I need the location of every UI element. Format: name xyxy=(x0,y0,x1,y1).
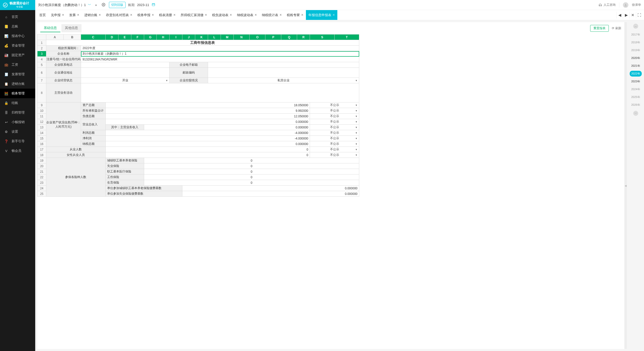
col-header[interactable]: Q xyxy=(281,34,297,40)
row-header[interactable]: 4 xyxy=(37,57,46,62)
asset-row-pub[interactable]: 不公示 xyxy=(310,114,359,119)
row-header[interactable]: 22 xyxy=(37,174,46,180)
tab-2[interactable]: 发票✕ xyxy=(67,10,82,20)
tab-5[interactable]: 税务申报✕ xyxy=(135,10,156,20)
year-up-button[interactable]: ︿ xyxy=(633,24,638,29)
col-header[interactable]: O xyxy=(250,34,265,40)
col-header[interactable]: C xyxy=(81,34,106,40)
row-header[interactable]: 24 xyxy=(37,186,46,191)
holding-select[interactable]: 私营企业 xyxy=(208,78,359,83)
asset-row-value[interactable]: 0.000000 xyxy=(105,141,310,147)
spreadsheet[interactable]: ABCDEFGHIJKLMNOPQRST1工商年报信息表2税款所属期间：2022… xyxy=(37,34,624,345)
tab-close-icon[interactable]: ✕ xyxy=(130,13,132,17)
tabs-prev-button[interactable]: ◀ xyxy=(616,12,623,18)
tab-close-icon[interactable]: ✕ xyxy=(301,13,303,17)
tab-11[interactable]: 税检专家✕ xyxy=(284,10,306,20)
nav-item-3[interactable]: 💰资金管理 xyxy=(0,41,35,50)
row-header[interactable]: 12 xyxy=(37,119,46,125)
row-header[interactable]: 20 xyxy=(37,163,46,169)
tab-12[interactable]: 年报信息申报表✕ xyxy=(306,10,337,20)
tab-close-icon[interactable]: ✕ xyxy=(99,13,101,17)
postcode-cell[interactable] xyxy=(208,68,359,78)
row-header[interactable]: 1 xyxy=(37,40,46,46)
year-option[interactable]: 2018年 xyxy=(630,40,641,45)
old-version-button[interactable]: 切到旧版 xyxy=(109,2,126,8)
insurance-value[interactable]: 0 xyxy=(144,174,359,180)
row-header[interactable]: 11 xyxy=(37,114,46,119)
tab-close-icon[interactable]: ✕ xyxy=(255,13,257,17)
col-header[interactable]: G xyxy=(144,34,157,40)
base2-value[interactable]: 0.000000 xyxy=(182,191,359,197)
year-option[interactable]: 2020年 xyxy=(630,55,641,61)
year-option[interactable]: 2026年 xyxy=(630,102,641,108)
row-header[interactable]: 9 xyxy=(37,102,46,108)
employee-pub[interactable]: 不公示 xyxy=(310,147,359,152)
tab-4[interactable]: 存货别名对照表✕ xyxy=(103,10,135,20)
consult-link[interactable]: 人工咨询 xyxy=(598,3,616,7)
row-header[interactable]: 16 xyxy=(37,141,46,147)
col-header[interactable]: H xyxy=(157,34,170,40)
nav-item-10[interactable]: 🗄归档管理 xyxy=(0,108,35,117)
tab-9[interactable]: 纳税波动表✕ xyxy=(234,10,259,20)
female-value[interactable]: 0 xyxy=(105,152,310,158)
tab-close-icon[interactable]: ✕ xyxy=(152,13,154,17)
nav-item-8[interactable]: 🧮税务管理 xyxy=(0,89,35,98)
subtab-0[interactable]: 基础信息 xyxy=(40,24,60,32)
tab-close-icon[interactable]: ✕ xyxy=(333,13,335,17)
tabs-next-button[interactable]: ▶ xyxy=(623,12,629,18)
asset-row-pub[interactable]: 不公示 xyxy=(310,119,359,125)
year-option[interactable]: 2022年 xyxy=(630,71,641,77)
asset-row-value[interactable]: 9.992000 xyxy=(105,108,310,114)
company-name-cell[interactable]: 刘小艳演示账套（勿删勿动！）1 xyxy=(81,51,359,57)
col-header[interactable]: J xyxy=(182,34,195,40)
regcode-cell[interactable]: 91320811MA7NGR2W6R xyxy=(81,57,359,62)
row-header[interactable]: 15 xyxy=(37,136,46,141)
year-option[interactable]: 2025年 xyxy=(630,94,641,100)
avatar-icon[interactable] xyxy=(623,2,628,8)
tab-close-icon[interactable]: ✕ xyxy=(279,13,282,17)
row-header[interactable]: 3 xyxy=(37,51,46,57)
subtab-1[interactable]: 其他信息 xyxy=(61,24,82,32)
employee-value[interactable]: 0 xyxy=(105,147,310,152)
insurance-value[interactable]: 0 xyxy=(144,169,359,174)
col-header[interactable]: T xyxy=(335,34,359,40)
row-header[interactable]: 14 xyxy=(37,130,46,136)
nav-item-7[interactable]: 📋进销台账 xyxy=(0,79,35,89)
col-header[interactable]: K xyxy=(195,34,208,40)
row-header[interactable]: 10 xyxy=(37,108,46,114)
row-header[interactable]: 13 xyxy=(37,125,46,130)
tab-1[interactable]: 兑申报✕ xyxy=(48,10,67,20)
col-header[interactable]: P xyxy=(265,34,281,40)
year-down-button[interactable]: ﹀ xyxy=(633,111,638,116)
col-header[interactable]: N xyxy=(233,34,249,40)
reset-report-button[interactable]: 重置报表 xyxy=(590,25,609,32)
nav-item-0[interactable]: ⌂首页 xyxy=(0,12,35,22)
row-header[interactable]: 5 xyxy=(37,62,46,68)
nav-item-5[interactable]: 💼工资 xyxy=(0,60,35,69)
asset-row-value[interactable]: -4.000000 xyxy=(105,136,310,141)
fullscreen-button[interactable]: ⛶ xyxy=(636,12,642,18)
col-header[interactable]: L xyxy=(208,34,221,40)
asset-row-value[interactable]: 0.000000 xyxy=(105,119,310,125)
refresh-button[interactable]: ⟳ 刷新 xyxy=(612,26,621,30)
plus-icon[interactable]: + xyxy=(94,2,98,8)
tab-close-icon[interactable]: ✕ xyxy=(62,13,64,17)
asset-row-pub[interactable]: 不公示 xyxy=(310,102,359,108)
nav-item-2[interactable]: 📊报表中心 xyxy=(0,31,35,41)
email-cell[interactable] xyxy=(208,62,359,68)
insurance-value[interactable]: 0 xyxy=(144,163,359,169)
account-select[interactable]: 刘小艳演示账套（勿删勿动！）1 ﹀ xyxy=(38,3,91,7)
base1-value[interactable]: 0.000000 xyxy=(182,186,359,191)
year-option[interactable]: 2021年 xyxy=(630,63,641,69)
row-header[interactable]: 7 xyxy=(37,78,46,83)
nav-item-4[interactable]: 🏭固定资产 xyxy=(0,50,35,60)
bizstatus-select[interactable]: 开业 xyxy=(81,78,170,83)
insurance-value[interactable]: 0 xyxy=(144,180,359,186)
nav-item-14[interactable]: V畅会员 xyxy=(0,146,35,156)
nav-item-9[interactable]: 🔒结账 xyxy=(0,98,35,108)
tab-close-icon[interactable]: ✕ xyxy=(230,13,232,17)
row-header[interactable]: 17 xyxy=(37,147,46,152)
year-option[interactable]: 2017年 xyxy=(630,32,641,38)
row-header[interactable]: 2 xyxy=(37,46,46,51)
row-header[interactable]: 21 xyxy=(37,169,46,174)
